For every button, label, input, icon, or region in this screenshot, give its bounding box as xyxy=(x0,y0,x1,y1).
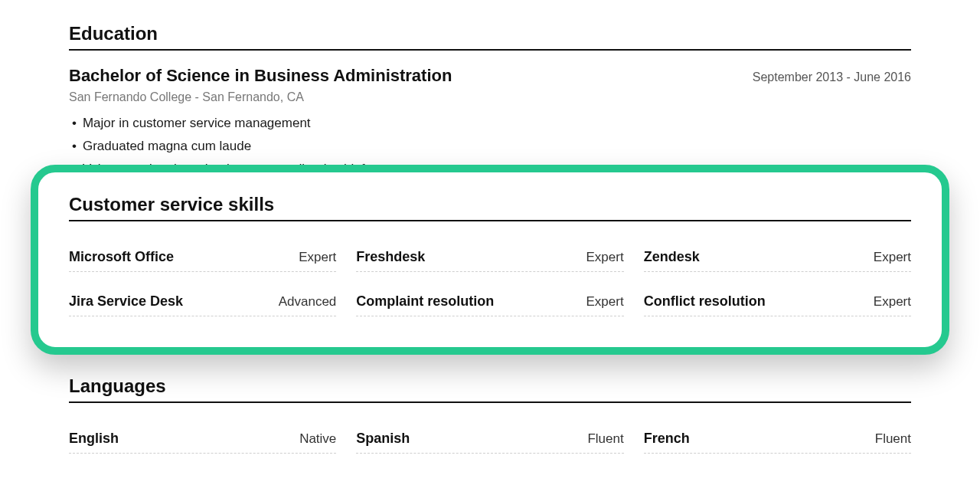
skill-level: Expert xyxy=(874,250,911,265)
institution: San Fernando College - San Fernando, CA xyxy=(69,90,911,104)
bullet-text: Major in customer service management xyxy=(83,112,311,135)
education-dates: September 2013 - June 2016 xyxy=(753,70,911,84)
education-header: Bachelor of Science in Business Administ… xyxy=(69,66,911,86)
bullet-text: Graduated magna cum laude xyxy=(83,135,251,158)
bullet-icon: • xyxy=(72,112,77,135)
skill-item: Freshdesk Expert xyxy=(356,249,623,272)
languages-section: Languages English Native Spanish Fluent … xyxy=(69,375,911,454)
languages-divider xyxy=(69,401,911,403)
skills-title: Customer service skills xyxy=(69,194,911,215)
language-name: French xyxy=(644,431,690,447)
skill-name: Complaint resolution xyxy=(356,293,494,310)
skills-highlight-box: Customer service skills Microsoft Office… xyxy=(31,165,949,355)
language-item: English Native xyxy=(69,431,336,454)
skill-name: Jira Service Desk xyxy=(69,293,183,310)
skill-name: Zendesk xyxy=(644,249,700,265)
language-name: Spanish xyxy=(356,431,410,447)
language-level: Native xyxy=(299,431,336,447)
bullet-icon: • xyxy=(72,135,77,158)
skill-level: Expert xyxy=(874,294,911,310)
languages-title: Languages xyxy=(69,375,911,397)
language-level: Fluent xyxy=(587,431,623,447)
education-title: Education xyxy=(69,23,911,44)
skill-item: Complaint resolution Expert xyxy=(356,293,623,316)
language-name: English xyxy=(69,431,119,447)
bullet-item: • Graduated magna cum laude xyxy=(69,135,911,158)
education-divider xyxy=(69,49,911,51)
skill-level: Expert xyxy=(299,250,336,265)
language-item: Spanish Fluent xyxy=(356,431,623,454)
skill-name: Microsoft Office xyxy=(69,249,174,265)
languages-grid: English Native Spanish Fluent French Flu… xyxy=(69,431,911,454)
language-level: Fluent xyxy=(875,431,911,447)
skill-item: Microsoft Office Expert xyxy=(69,249,336,272)
skill-level: Advanced xyxy=(279,294,337,310)
education-section: Education Bachelor of Science in Busines… xyxy=(69,23,911,180)
skills-divider xyxy=(69,220,911,221)
bullet-item: • Major in customer service management xyxy=(69,112,911,135)
degree-name: Bachelor of Science in Business Administ… xyxy=(69,66,452,86)
skill-item: Zendesk Expert xyxy=(644,249,911,272)
skill-item: Conflict resolution Expert xyxy=(644,293,911,316)
skill-level: Expert xyxy=(586,250,624,265)
language-item: French Fluent xyxy=(644,431,911,454)
skill-item: Jira Service Desk Advanced xyxy=(69,293,336,316)
skill-name: Conflict resolution xyxy=(644,293,766,310)
skill-level: Expert xyxy=(586,294,624,310)
skill-name: Freshdesk xyxy=(356,249,425,265)
skills-grid: Microsoft Office Expert Freshdesk Expert… xyxy=(69,249,911,316)
